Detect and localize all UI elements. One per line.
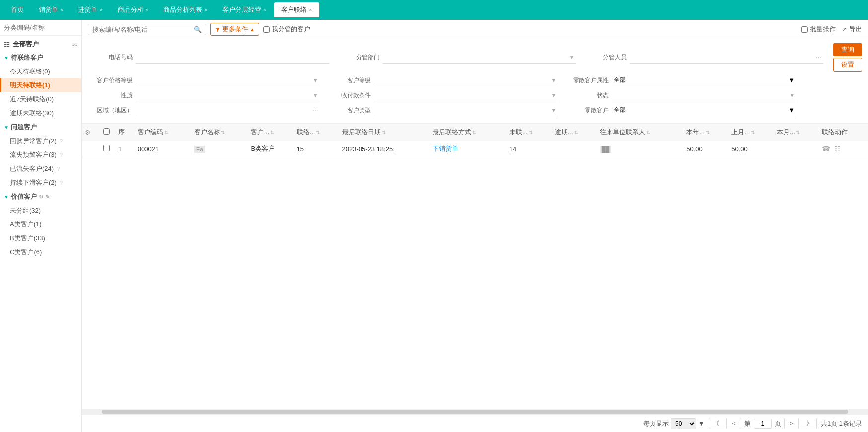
sidebar-item-tomorrow[interactable]: 明天待联络(1) bbox=[0, 78, 81, 92]
filter-person: 分管人员 ··· bbox=[582, 52, 823, 64]
page-unit-label: 页 bbox=[775, 419, 781, 428]
sidebar-item-declining[interactable]: 持续下滑客户(2) ? bbox=[0, 176, 81, 190]
filter-customer-level: 客户等级 ▼ bbox=[326, 74, 559, 86]
sidebar-item-churn-warning[interactable]: 流失预警客户(3) ? bbox=[0, 148, 81, 162]
td-code: 000021 bbox=[135, 141, 191, 157]
more-filter-button[interactable]: ▼ 更多条件 ▲ bbox=[210, 23, 259, 36]
table-gear-icon[interactable]: ⚙ bbox=[85, 129, 91, 136]
sidebar-item-c-class[interactable]: C类客户(6) bbox=[0, 245, 81, 259]
filter-customer-type-label: 客户类型 bbox=[326, 106, 371, 115]
horizontal-scrollbar[interactable] bbox=[82, 409, 868, 414]
prev-page-button[interactable]: ＜ bbox=[726, 418, 741, 429]
filter-scattered-attr-label: 零散客户属性 bbox=[564, 76, 609, 85]
td-contact-person: ██ bbox=[597, 141, 684, 157]
filter-status-select[interactable]: ▼ bbox=[612, 89, 796, 101]
sidebar-item-7days[interactable]: 近7天待联络(0) bbox=[0, 92, 81, 106]
sidebar-section-arrow: ▼ bbox=[4, 55, 9, 61]
sort-last-month-icon: ⇅ bbox=[751, 130, 755, 135]
sidebar-item-today[interactable]: 今天待联络(0) bbox=[0, 65, 81, 78]
export-button[interactable]: ↗ 导出 bbox=[842, 25, 862, 34]
next-page-button[interactable]: ＞ bbox=[784, 418, 799, 429]
sidebar-collapse-icon[interactable]: ☷ bbox=[4, 41, 10, 48]
my-customer-checkbox[interactable]: 我分管的客户 bbox=[263, 25, 310, 34]
page-size-wrap: 每页显示 50 10 20 100 ▼ bbox=[643, 418, 705, 429]
last-page-button[interactable]: 》 bbox=[802, 418, 817, 429]
scrollbar-thumb bbox=[102, 410, 848, 414]
filter-customer-level-label: 客户等级 bbox=[326, 76, 371, 85]
last-contact-method-link[interactable]: 下销货单 bbox=[433, 145, 458, 152]
nav-item-0[interactable]: 销货单× bbox=[32, 2, 70, 17]
query-button[interactable]: 查询 bbox=[833, 43, 862, 56]
sidebar-section-value[interactable]: ▼ 价值客户 ↻ ✎ bbox=[0, 190, 81, 204]
sidebar-section-pending[interactable]: ▼ 待联络客户 bbox=[0, 51, 81, 65]
page-size-select[interactable]: 50 10 20 100 bbox=[671, 418, 696, 429]
td-this-month bbox=[774, 141, 819, 157]
table-row: 1 000021 Ea B类客户 15 2023-05-23 18:25: 下销… bbox=[82, 141, 868, 157]
sidebar-item-repurchase-anomaly[interactable]: 回购异常客户(2) ? bbox=[0, 134, 81, 148]
nav-item-5[interactable]: 客户联络× bbox=[274, 2, 319, 17]
batch-ops-button[interactable]: 批量操作 bbox=[801, 25, 836, 34]
search-input[interactable] bbox=[92, 26, 192, 33]
td-last-contact-date: 2023-05-23 18:25: bbox=[339, 141, 430, 157]
filter-region-dots[interactable]: ··· bbox=[312, 106, 318, 114]
sort-type-icon: ⇅ bbox=[270, 130, 274, 135]
batch-ops-check[interactable] bbox=[801, 26, 808, 33]
search-submit-icon[interactable]: 🔍 bbox=[194, 26, 202, 33]
filter-person-dots[interactable]: ··· bbox=[815, 53, 821, 61]
td-gear bbox=[82, 141, 100, 157]
th-last-contact-method: 最后联络方式⇅ bbox=[430, 124, 506, 141]
th-last-contact-date: 最后联络日期⇅ bbox=[339, 124, 430, 141]
sidebar-collapse-all-icon[interactable]: «« bbox=[72, 41, 77, 47]
filter-phone-input[interactable] bbox=[136, 52, 329, 64]
page-label: 第 bbox=[744, 419, 751, 428]
sort-not-contact-icon: ⇅ bbox=[529, 130, 533, 135]
sidebar-all-customers[interactable]: ☷ 全部客户 «« bbox=[0, 36, 81, 51]
sidebar-section-problem[interactable]: ▼ 问题客户 bbox=[0, 120, 81, 134]
sidebar-item-unclassified[interactable]: 未分组(32) bbox=[0, 204, 81, 217]
row-checkbox[interactable] bbox=[103, 145, 110, 151]
nav-item-4[interactable]: 客户分层经营× bbox=[216, 2, 273, 17]
sidebar-search-input[interactable] bbox=[4, 24, 82, 31]
content-area: 🔍 ▼ 更多条件 ▲ 我分管的客户 批量操作 ↗ 导出 bbox=[82, 20, 868, 432]
filter-dept-select[interactable]: ▼ bbox=[383, 52, 577, 64]
filter-price-level-select[interactable]: ▼ bbox=[136, 74, 320, 86]
filter-payment-select[interactable]: ▼ bbox=[374, 89, 559, 101]
filter-scattered-attr-select[interactable]: 全部 ▼ bbox=[612, 74, 796, 86]
nav-item-3[interactable]: 商品分析列表× bbox=[156, 2, 214, 17]
first-page-button[interactable]: 《 bbox=[709, 418, 723, 429]
td-name: Ea bbox=[191, 141, 248, 157]
value-edit-icon[interactable]: ✎ bbox=[45, 194, 50, 200]
filter-scattered-arrow: ▼ bbox=[788, 106, 795, 114]
page-size-label: 每页显示 bbox=[643, 419, 669, 428]
filter-nature-select[interactable]: ▼ bbox=[136, 89, 320, 101]
filter-scattered: 零散客户 全部 ▼ bbox=[564, 104, 796, 116]
nav-home[interactable]: 首页 bbox=[4, 2, 31, 17]
sidebar-item-churned[interactable]: 已流失客户(24) ? bbox=[0, 162, 81, 176]
filter-scattered-select[interactable]: 全部 ▼ bbox=[612, 104, 796, 116]
select-all-checkbox[interactable] bbox=[103, 128, 110, 135]
filter-customer-type-select[interactable]: ▼ bbox=[374, 104, 559, 116]
th-gear: ⚙ bbox=[82, 124, 100, 141]
filter-customer-level-select[interactable]: ▼ bbox=[374, 74, 559, 86]
filter-scattered-label: 零散客户 bbox=[564, 106, 609, 115]
action-grid-icon[interactable]: ☷ bbox=[834, 145, 841, 153]
sidebar-item-overdue[interactable]: 逾期未联络(30) bbox=[0, 106, 81, 120]
action-phone-icon[interactable]: ☎ bbox=[822, 145, 830, 153]
nav-item-1[interactable]: 进货单× bbox=[71, 2, 109, 17]
help-icon-1: ? bbox=[60, 138, 63, 144]
td-overdue bbox=[552, 141, 597, 157]
th-not-contact: 未联...⇅ bbox=[506, 124, 552, 141]
my-customer-check[interactable] bbox=[263, 26, 270, 33]
sort-contact-icon: ⇅ bbox=[316, 130, 320, 135]
filter-row-1: 电话号码 分管部门 ▼ 分管人员 ··· bbox=[88, 43, 862, 72]
filter-phone: 电话号码 bbox=[88, 52, 329, 64]
th-seq: 序 bbox=[115, 124, 135, 141]
nav-item-2[interactable]: 商品分析× bbox=[111, 2, 155, 17]
sidebar-item-a-class[interactable]: A类客户(1) bbox=[0, 217, 81, 231]
value-refresh-icon[interactable]: ↻ bbox=[39, 194, 43, 200]
setting-button[interactable]: 设置 bbox=[833, 58, 862, 72]
filter-person-label: 分管人员 bbox=[582, 53, 627, 62]
sidebar-item-b-class[interactable]: B类客户(33) bbox=[0, 231, 81, 245]
page-input[interactable] bbox=[754, 419, 772, 429]
filter-payment: 收付款条件 ▼ bbox=[326, 89, 559, 101]
